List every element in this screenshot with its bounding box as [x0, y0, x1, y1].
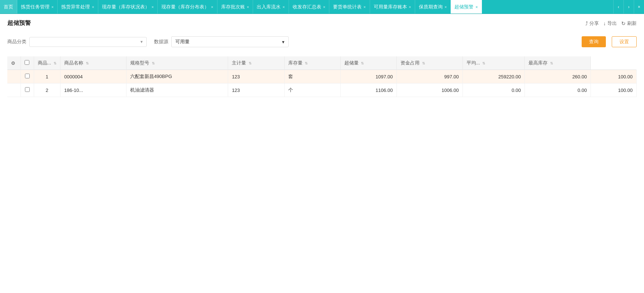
- row-checkbox[interactable]: [25, 87, 30, 92]
- row-capital: 0.00: [462, 84, 524, 97]
- nav-item-home[interactable]: 首页: [0, 0, 17, 14]
- close-icon[interactable]: ×: [92, 5, 94, 9]
- nav-item-stock-status[interactable]: 现存量（库存状况表） ×: [98, 0, 158, 14]
- page-content: 超储预警 ⤴ 分享 ↓ 导出 ↻ 刷新 商品分类 ▾ 数据源: [0, 14, 644, 103]
- filter-row: 商品分类 ▾ 数据源 可用量 ▾ 查询 设置: [7, 33, 637, 51]
- table-header-row: ⚙ 商品... ⇅ 商品名称 ⇅ 规格型号 ⇅ 主计量: [7, 56, 637, 70]
- query-button[interactable]: 查询: [582, 36, 606, 47]
- sort-icon: ⇅: [54, 61, 56, 65]
- th-overstock[interactable]: 超储量 ⇅: [340, 56, 396, 70]
- row-avg: 260.00: [525, 70, 591, 84]
- sort-icon: ⇅: [422, 61, 425, 65]
- sort-icon: ⇅: [86, 61, 89, 65]
- th-product-name[interactable]: 商品名称 ⇅: [60, 56, 126, 70]
- row-product-code: 186-10...: [60, 84, 126, 97]
- gear-icon: ⚙: [11, 60, 15, 66]
- nav-arrow-close[interactable]: ×: [634, 0, 644, 14]
- row-product-name: 六配套新昌490BPG: [126, 70, 228, 84]
- nav-item-flow[interactable]: 出入库流水 ×: [253, 0, 289, 14]
- table-row: 1 0000004 六配套新昌490BPG 123 套 1097.00 997.…: [7, 70, 637, 84]
- row-overstock: 1006.00: [397, 84, 463, 97]
- row-stock: 1106.00: [340, 84, 396, 97]
- nav-arrow-left[interactable]: ‹: [613, 0, 623, 14]
- sort-icon: ⇅: [361, 61, 364, 65]
- product-category-label: 商品分类: [7, 38, 26, 45]
- product-category-filter: 商品分类 ▾: [7, 37, 147, 47]
- chevron-down-icon: ▾: [140, 39, 143, 44]
- close-icon[interactable]: ×: [282, 5, 285, 9]
- sort-icon: ⇅: [305, 61, 308, 65]
- row-index: 2: [34, 84, 60, 97]
- row-product-code: 0000004: [60, 70, 126, 84]
- datasource-select[interactable]: 可用量 ▾: [171, 36, 289, 47]
- close-icon[interactable]: ×: [475, 5, 477, 9]
- nav-arrow-right[interactable]: ›: [623, 0, 634, 14]
- row-avg: 0.00: [525, 84, 591, 97]
- nav-item-summary[interactable]: 收发存汇总表 ×: [289, 0, 329, 14]
- nav-item-order-stat[interactable]: 要货单统计表 ×: [329, 0, 370, 14]
- share-button[interactable]: ⤴ 分享: [585, 20, 599, 27]
- sort-icon: ⇅: [249, 61, 252, 65]
- nav-item-batch[interactable]: 库存批次账 ×: [217, 0, 253, 14]
- nav-item-task-mgmt[interactable]: 拣货任务管理 ×: [17, 0, 58, 14]
- sort-icon: ⇅: [152, 61, 155, 65]
- row-checkbox-cell[interactable]: [21, 70, 34, 84]
- close-icon[interactable]: ×: [151, 5, 154, 9]
- row-unit: 个: [284, 84, 340, 97]
- row-gear: [7, 84, 21, 97]
- export-button[interactable]: ↓ 导出: [603, 20, 617, 27]
- row-checkbox[interactable]: [25, 74, 30, 78]
- th-stock[interactable]: 库存量 ⇅: [284, 56, 340, 70]
- close-icon[interactable]: ×: [211, 5, 213, 9]
- nav-item-exception[interactable]: 拣货异常处理 ×: [58, 0, 98, 14]
- settings-button[interactable]: 设置: [612, 36, 637, 47]
- product-category-select[interactable]: ▾: [29, 37, 147, 47]
- close-icon[interactable]: ×: [247, 5, 249, 9]
- close-icon[interactable]: ×: [323, 5, 325, 9]
- close-icon[interactable]: ×: [444, 5, 447, 9]
- table-row: 2 186-10... 机油滤清器 123 个 1106.00 1006.00 …: [7, 84, 637, 97]
- row-stock: 1097.00: [340, 70, 396, 84]
- row-spec: 123: [228, 84, 284, 97]
- select-all-checkbox[interactable]: [25, 60, 29, 65]
- row-capital: 259220.00: [462, 70, 524, 84]
- th-product-code[interactable]: 商品... ⇅: [34, 56, 60, 70]
- page-title-bar: 超储预警 ⤴ 分享 ↓ 导出 ↻ 刷新: [7, 19, 637, 27]
- close-icon[interactable]: ×: [51, 5, 54, 9]
- close-icon[interactable]: ×: [363, 5, 366, 9]
- nav-item-expiry[interactable]: 保质期查询 ×: [415, 0, 451, 14]
- datasource-label: 数据源: [154, 38, 168, 45]
- row-gear: [7, 70, 21, 84]
- top-navigation: 首页 拣货任务管理 × 拣货异常处理 × 现存量（库存状况表） × 现存量（库存…: [0, 0, 644, 14]
- th-checkbox[interactable]: [21, 56, 34, 70]
- nav-item-stock-dist[interactable]: 现存量（库存分布表） ×: [158, 0, 217, 14]
- share-icon: ⤴: [585, 21, 588, 26]
- th-capital[interactable]: 资金占用 ⇅: [397, 56, 463, 70]
- th-avg[interactable]: 平均... ⇅: [462, 56, 524, 70]
- row-index: 1: [34, 70, 60, 84]
- page-title: 超储预警: [7, 19, 31, 27]
- refresh-button[interactable]: ↻ 刷新: [621, 20, 637, 27]
- th-unit[interactable]: 主计量 ⇅: [228, 56, 284, 70]
- th-max-stock[interactable]: 最高库存 ⇅: [525, 56, 591, 70]
- row-spec: 123: [228, 70, 284, 84]
- row-overstock: 997.00: [397, 70, 463, 84]
- row-max-stock: 100.00: [591, 70, 637, 84]
- row-checkbox-cell[interactable]: [21, 84, 34, 97]
- datasource-filter: 数据源 可用量 ▾: [154, 36, 289, 47]
- sort-icon: ⇅: [550, 61, 553, 65]
- close-icon[interactable]: ×: [409, 5, 411, 9]
- row-product-name: 机油滤清器: [126, 84, 228, 97]
- data-table: ⚙ 商品... ⇅ 商品名称 ⇅ 规格型号 ⇅ 主计量: [7, 56, 637, 97]
- row-unit: 套: [284, 70, 340, 84]
- nav-item-overstock[interactable]: 超储预警 ×: [451, 0, 482, 14]
- row-max-stock: 100.00: [591, 84, 637, 97]
- sort-icon: ⇅: [482, 61, 485, 65]
- th-gear[interactable]: ⚙: [7, 56, 21, 70]
- nav-item-available[interactable]: 可用量库存账本 ×: [370, 0, 415, 14]
- export-icon: ↓: [603, 21, 606, 26]
- th-spec[interactable]: 规格型号 ⇅: [126, 56, 228, 70]
- title-actions: ⤴ 分享 ↓ 导出 ↻ 刷新: [585, 20, 637, 27]
- refresh-icon: ↻: [621, 21, 626, 26]
- nav-arrows: ‹ › ×: [613, 0, 644, 14]
